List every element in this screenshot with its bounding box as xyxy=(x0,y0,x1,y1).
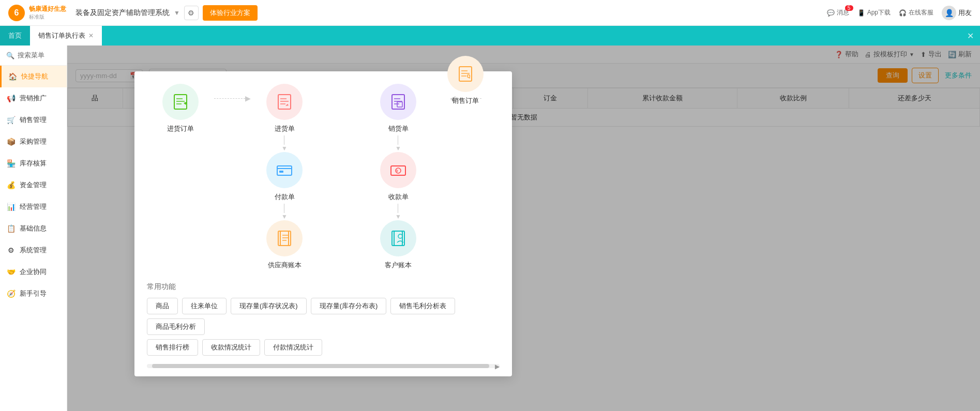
sidebar-item-marketing[interactable]: 📢 营销推广 xyxy=(0,87,67,109)
tab-sales-order[interactable]: 销售订单执行表 ✕ xyxy=(30,26,102,45)
app-label: App下载 xyxy=(867,8,891,17)
brand-line1: 畅康通好生意 xyxy=(29,5,66,13)
tab-bar-close-icon[interactable]: ✕ xyxy=(967,31,974,41)
gear-button[interactable]: ⚙ xyxy=(184,6,199,20)
sidebar-search-label: 搜索菜单 xyxy=(18,51,44,60)
enterprise-icon: 🤝 xyxy=(6,267,16,277)
common-btn-stock-status[interactable]: 现存量(库存状况表) xyxy=(231,298,307,314)
common-btn-receipt-stats[interactable]: 收款情况统计 xyxy=(202,339,260,356)
common-functions-title: 常用功能 xyxy=(147,282,500,292)
sidebar-item-enterprise[interactable]: 🤝 企业协同 xyxy=(0,261,67,283)
app-wrapper: 6 畅康通好生意 标准版 装备及固定资产辅助管理系统 ▼ ⚙ 体验行业方案 💬 … xyxy=(0,0,980,411)
sidebar-item-3-label: 采购管理 xyxy=(20,137,47,146)
marketing-icon: 📢 xyxy=(6,94,16,103)
tab-bar: 首页 销售订单执行表 ✕ ✕ xyxy=(0,26,980,45)
payment-label: 付款单 xyxy=(275,192,295,202)
common-section: 常用功能 商品 往来单位 现存量(库存状况表) 现存量(库存分布表) 销售毛利分… xyxy=(147,282,500,356)
header-right: 💬 消息 5 📱 App下载 🎧 在线客服 👤 用友 xyxy=(827,6,972,20)
sale-bill-node: 销货单 xyxy=(365,84,432,133)
receipt-node: ¥ 收款单 xyxy=(365,152,432,202)
trial-button[interactable]: 体验行业方案 xyxy=(203,5,258,21)
operation-icon: 📊 xyxy=(6,202,16,211)
svg-rect-4 xyxy=(278,95,291,109)
sale-bill-icon xyxy=(380,84,416,120)
common-btn-stock-dist[interactable]: 现存量(库存分布表) xyxy=(311,298,387,314)
app-icon: 📱 xyxy=(857,9,865,17)
purchase-bill-node: 进货单 xyxy=(251,84,318,133)
purchase-order-label: 进货订单 xyxy=(167,124,194,133)
flow-section: 进货订单 ▶ xyxy=(147,84,500,270)
sidebar-item-9-label: 企业协同 xyxy=(20,267,47,277)
scrollbar-thumb[interactable] xyxy=(152,364,489,368)
service-label: 在线客服 xyxy=(909,8,933,17)
sidebar-item-purchase[interactable]: 📦 采购管理 xyxy=(0,131,67,153)
sidebar-item-8-label: 系统管理 xyxy=(20,246,47,255)
page-content: ❓ 帮助 🖨 按模板打印 ▼ ⬆ 导出 🔄 刷新 xyxy=(67,45,980,411)
common-btn-product-profit[interactable]: 商品毛利分析 xyxy=(147,318,205,335)
svg-rect-20 xyxy=(397,102,402,107)
common-btn-profit-analysis[interactable]: 销售毛利分析表 xyxy=(390,298,455,314)
sidebar-item-finance[interactable]: 💰 资金管理 xyxy=(0,174,67,196)
sidebar: 🔍 搜索菜单 🏠 快捷导航 📢 营销推广 🛒 销售管理 📦 采购管理 🏪 xyxy=(0,45,67,411)
scrollbar-right-arrow[interactable]: ▶ xyxy=(495,363,500,370)
common-btn-sales-rank[interactable]: 销售排行榜 xyxy=(147,339,198,356)
brand-line2: 标准版 xyxy=(29,13,66,21)
sale-order-node: 销售订单 xyxy=(432,56,499,105)
sale-order-label: 销售订单 xyxy=(452,96,479,105)
sidebar-item-inventory[interactable]: 🏪 库存核算 xyxy=(0,153,67,174)
customer-ledger-icon xyxy=(380,220,416,256)
common-btn-partner[interactable]: 往来单位 xyxy=(182,298,227,314)
sales-icon: 🛒 xyxy=(6,115,16,125)
sidebar-item-quick-nav[interactable]: 🏠 快捷导航 xyxy=(0,66,67,87)
user-button[interactable]: 👤 用友 xyxy=(942,6,972,20)
message-button[interactable]: 💬 消息 5 xyxy=(827,8,849,17)
sidebar-item-newbie[interactable]: 🧭 新手引导 xyxy=(0,283,67,305)
svg-rect-0 xyxy=(174,95,187,109)
sidebar-item-2-label: 销售管理 xyxy=(20,115,47,125)
popup-scrollbar[interactable]: ▶ xyxy=(147,364,500,368)
customer-ledger-node: 客户账本 xyxy=(365,220,432,270)
service-button[interactable]: 🎧 在线客服 xyxy=(899,8,933,17)
user-label: 用友 xyxy=(958,8,972,18)
search-icon: 🔍 xyxy=(6,52,14,59)
svg-rect-8 xyxy=(277,166,292,175)
sidebar-item-sales[interactable]: 🛒 销售管理 xyxy=(0,109,67,131)
receipt-label: 收款单 xyxy=(388,192,409,202)
supplier-ledger-label: 供应商账本 xyxy=(268,261,301,270)
svg-rect-27 xyxy=(459,67,472,81)
message-badge: 5 xyxy=(845,5,853,11)
sidebar-item-6-label: 经营管理 xyxy=(20,202,47,211)
payment-node: 付款单 xyxy=(251,152,318,202)
quick-nav-icon: 🏠 xyxy=(8,72,17,81)
service-icon: 🎧 xyxy=(899,9,907,17)
common-buttons-group-2: 销售排行榜 收款情况统计 付款情况统计 xyxy=(147,339,500,356)
sidebar-search[interactable]: 🔍 搜索菜单 xyxy=(0,45,67,66)
purchase-bill-icon xyxy=(266,84,303,120)
common-btn-payment-stats[interactable]: 付款情况统计 xyxy=(264,339,322,356)
newbie-icon: 🧭 xyxy=(6,289,16,298)
popup-modal: 进货订单 ▶ xyxy=(134,71,512,376)
sidebar-item-base[interactable]: 📋 基础信息 xyxy=(0,218,67,239)
tab-sales-label: 销售订单执行表 xyxy=(38,31,85,40)
system-dropdown-icon[interactable]: ▼ xyxy=(174,9,180,17)
tab-home[interactable]: 首页 xyxy=(0,26,30,45)
sidebar-item-1-label: 营销推广 xyxy=(20,94,47,103)
sidebar-item-4-label: 库存核算 xyxy=(20,159,47,168)
sale-order-icon xyxy=(447,56,484,92)
customer-ledger-label: 客户账本 xyxy=(385,261,412,270)
purchase-bill-label: 进货单 xyxy=(275,124,295,133)
supplier-ledger-icon xyxy=(266,220,303,256)
system-name-area: 装备及固定资产辅助管理系统 ▼ ⚙ 体验行业方案 xyxy=(76,5,827,21)
app-download-button[interactable]: 📱 App下载 xyxy=(857,8,891,17)
main-area: 🔍 搜索菜单 🏠 快捷导航 📢 营销推广 🛒 销售管理 📦 采购管理 🏪 xyxy=(0,45,980,411)
top-header: 6 畅康通好生意 标准版 装备及固定资产辅助管理系统 ▼ ⚙ 体验行业方案 💬 … xyxy=(0,0,980,26)
sidebar-item-system[interactable]: ⚙ 系统管理 xyxy=(0,239,67,261)
sidebar-item-7-label: 基础信息 xyxy=(20,224,47,233)
svg-rect-21 xyxy=(391,166,405,175)
sidebar-item-operation[interactable]: 📊 经营管理 xyxy=(0,196,67,218)
payment-icon xyxy=(266,152,303,188)
common-btn-product[interactable]: 商品 xyxy=(147,298,178,314)
logo-area: 6 畅康通好生意 标准版 xyxy=(8,5,76,21)
tab-close-icon[interactable]: ✕ xyxy=(88,32,94,39)
sidebar-item-10-label: 新手引导 xyxy=(20,289,47,298)
